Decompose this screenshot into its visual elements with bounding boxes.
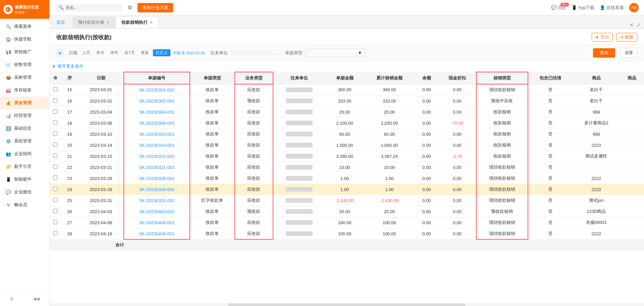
bill-no-link[interactable]: SK-20230315-002 bbox=[139, 154, 175, 159]
td-checkbox[interactable] bbox=[50, 228, 61, 240]
sidebar-item-hardware[interactable]: 📱 智能硬件 bbox=[0, 173, 49, 186]
sidebar-item-system[interactable]: ⚙️ 系统管理 bbox=[0, 135, 49, 147]
topbar-search[interactable]: 🔍 bbox=[55, 4, 122, 11]
filter-toggle-btn[interactable]: » bbox=[56, 49, 63, 57]
tab-close-all-icon[interactable]: ✕ bbox=[629, 22, 634, 28]
td-checkbox[interactable] bbox=[50, 140, 61, 151]
more-btn[interactable]: 更多 bbox=[139, 49, 151, 56]
sidebar-item-search[interactable]: 🔍 搜索菜单 bbox=[0, 20, 49, 33]
sidebar-item-wechat[interactable]: 💬 企业微信 bbox=[0, 186, 49, 198]
bill-no-link[interactable]: SK-20230308-001 bbox=[139, 121, 175, 126]
td-checkbox[interactable] bbox=[50, 217, 61, 228]
td-checkbox[interactable] bbox=[50, 184, 61, 195]
td-checkbox[interactable] bbox=[50, 118, 61, 129]
bill-type-select[interactable]: ▼ bbox=[305, 49, 366, 57]
td-checkbox[interactable] bbox=[50, 107, 61, 118]
bill-no-link[interactable]: SK-20230302-002 bbox=[139, 99, 175, 104]
td-bill-no[interactable]: SK-20230308-001 bbox=[124, 118, 190, 129]
td-bill-no[interactable]: SK-20230328-001 bbox=[124, 173, 190, 184]
refresh-button[interactable]: ↺ 刷新 bbox=[616, 33, 637, 42]
message-btn[interactable]: 💬 消息 99+ bbox=[551, 5, 567, 11]
row-checkbox[interactable] bbox=[53, 165, 57, 169]
bill-no-link[interactable]: SK-20230328-002 bbox=[139, 187, 175, 192]
tab-expand-icon[interactable]: ⤢ bbox=[636, 22, 641, 28]
this-year-btn[interactable]: 本年 bbox=[108, 49, 120, 56]
bill-no-link[interactable]: SK-20230314-001 bbox=[139, 143, 175, 148]
td-bill-no[interactable]: SK-20230418-001 bbox=[124, 228, 190, 240]
row-checkbox[interactable] bbox=[53, 120, 57, 125]
row-checkbox[interactable] bbox=[53, 87, 57, 91]
td-bill-no[interactable]: SK-20230408-001 bbox=[124, 217, 190, 228]
this-month-btn[interactable]: 本月 bbox=[94, 49, 106, 56]
row-checkbox[interactable] bbox=[53, 231, 57, 235]
td-bill-no[interactable]: SK-20230315-002 bbox=[124, 151, 190, 162]
row-checkbox[interactable] bbox=[53, 109, 57, 114]
td-bill-no[interactable]: SK-20230331-002 bbox=[124, 195, 190, 206]
scrollbar-thumb[interactable] bbox=[228, 303, 466, 306]
row-checkbox[interactable] bbox=[53, 187, 57, 191]
user-avatar[interactable]: Rit bbox=[629, 3, 639, 12]
tab-receipt-close[interactable]: ✕ bbox=[150, 20, 153, 25]
tab-prepay[interactable]: 预付款应付单 ✕ bbox=[72, 16, 115, 28]
td-bill-no[interactable]: SK-20230403-002 bbox=[124, 206, 190, 217]
sidebar-collapse-btn[interactable]: ◀◀ bbox=[32, 295, 41, 303]
sidebar-item-inventory[interactable]: 🏭 库存核算 bbox=[0, 84, 49, 97]
bill-no-link[interactable]: SK-20230408-001 bbox=[139, 220, 175, 225]
row-checkbox[interactable] bbox=[53, 131, 57, 136]
bill-no-link[interactable]: SK-20230403-002 bbox=[139, 209, 175, 214]
last7-btn[interactable]: 近7天 bbox=[122, 49, 137, 56]
td-checkbox[interactable] bbox=[50, 129, 61, 140]
sidebar-item-member[interactable]: V 畅会员 bbox=[0, 198, 49, 211]
td-bill-no[interactable]: SK-20230314-001 bbox=[124, 140, 190, 151]
row-checkbox[interactable] bbox=[53, 176, 57, 180]
bill-no-link[interactable]: SK-20230321-003 bbox=[139, 165, 175, 170]
tab-prepay-close[interactable]: ✕ bbox=[106, 20, 109, 25]
bill-no-link[interactable]: SK-20230418-001 bbox=[139, 231, 175, 236]
last-month-btn[interactable]: 上月 bbox=[80, 49, 92, 56]
sidebar-item-corp[interactable]: 👥 企业协同 bbox=[0, 147, 49, 160]
td-bill-no[interactable]: SK-20230310-001 bbox=[124, 129, 190, 140]
sidebar-item-guide[interactable]: 🧭 新手引导 bbox=[0, 160, 49, 173]
td-checkbox[interactable] bbox=[50, 84, 61, 96]
td-bill-no[interactable]: SK-20230328-002 bbox=[124, 184, 190, 195]
sidebar-item-marketing[interactable]: 📢 营销推广 bbox=[0, 46, 49, 58]
td-bill-no[interactable]: SK-20230304-001 bbox=[124, 107, 190, 118]
sidebar-setting-btn[interactable]: ⚙ bbox=[8, 295, 15, 303]
sidebar-item-purchase[interactable]: 📦 采购管理 bbox=[0, 71, 49, 84]
td-bill-no[interactable]: SK-20230302-002 bbox=[124, 96, 190, 107]
gear-icon[interactable]: ⚙ bbox=[127, 4, 132, 11]
td-checkbox[interactable] bbox=[50, 96, 61, 107]
sidebar-item-operation[interactable]: 📊 经营管理 bbox=[0, 109, 49, 122]
row-checkbox[interactable] bbox=[53, 198, 57, 202]
query-button[interactable]: 查询 bbox=[593, 48, 615, 58]
td-checkbox[interactable] bbox=[50, 195, 61, 206]
sidebar-item-basic[interactable]: ℹ️ 基础信息 bbox=[0, 122, 49, 135]
row-checkbox[interactable] bbox=[53, 154, 57, 158]
filter-setting-button[interactable]: 设置 bbox=[621, 48, 637, 58]
td-bill-no[interactable]: SK-20230301-002 bbox=[124, 84, 190, 96]
td-checkbox[interactable] bbox=[50, 162, 61, 173]
bill-no-link[interactable]: SK-20230301-002 bbox=[139, 87, 175, 93]
tab-home[interactable]: 首页 bbox=[50, 17, 72, 28]
sidebar-item-quick[interactable]: 🏠 快捷导航 bbox=[0, 33, 49, 46]
row-checkbox[interactable] bbox=[53, 142, 57, 147]
app-download-btn[interactable]: 📱 App下载 bbox=[572, 5, 594, 11]
bill-no-link[interactable]: SK-20230304-001 bbox=[139, 110, 175, 115]
row-checkbox[interactable] bbox=[53, 209, 57, 213]
bill-no-link[interactable]: SK-20230310-001 bbox=[139, 132, 175, 137]
td-checkbox[interactable] bbox=[50, 173, 61, 184]
bill-no-link[interactable]: SK-20230331-002 bbox=[139, 198, 175, 203]
td-bill-no[interactable]: SK-20230321-003 bbox=[124, 162, 190, 173]
expand-more-btn[interactable]: ▼ 展开更多条件 bbox=[52, 63, 84, 69]
td-checkbox[interactable] bbox=[50, 206, 61, 217]
search-input[interactable] bbox=[66, 5, 113, 10]
online-service-btn[interactable]: 👤 在线客服 bbox=[600, 5, 624, 11]
row-checkbox[interactable] bbox=[53, 220, 57, 224]
sidebar-item-finance[interactable]: 💰 资金管理 bbox=[0, 97, 49, 109]
bill-no-link[interactable]: SK-20230328-001 bbox=[139, 176, 175, 181]
export-button[interactable]: ⬆ 导出 bbox=[592, 33, 613, 42]
td-checkbox[interactable] bbox=[50, 151, 61, 162]
sidebar-item-sales[interactable]: 🛒 销售管理 bbox=[0, 58, 49, 71]
custom-date-btn[interactable]: 自定义 bbox=[153, 49, 170, 56]
table-scrollbar[interactable] bbox=[50, 303, 644, 306]
